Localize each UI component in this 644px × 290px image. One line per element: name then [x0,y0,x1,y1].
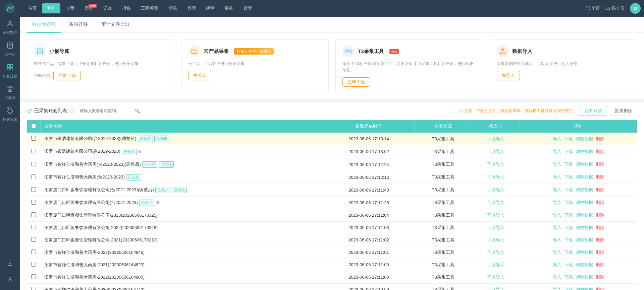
import-action[interactable]: 导入 [553,225,561,230]
import-action[interactable]: 导入 [553,200,561,205]
nav-item-management[interactable]: 管理 [182,3,201,13]
refresh-icon[interactable] [27,108,32,113]
import-action[interactable]: 导入 [553,275,561,280]
sidebar-item-tags[interactable]: 标签设置 [0,104,20,126]
nav-item-clients[interactable]: 客户 [42,3,60,13]
row-extra-icon[interactable]: ⊞ [156,200,159,205]
delete-action[interactable]: 删除 [596,136,604,141]
fullscreen-button[interactable]: 全屏 [585,5,600,11]
row-extra-icon[interactable]: ⊞ [138,149,142,154]
download-action[interactable]: 下载 [564,187,573,192]
member-button[interactable]: 畅会员 [605,5,625,11]
import-action[interactable]: 导入 [553,162,561,167]
nav-item-accounting[interactable]: 记账 [99,3,117,13]
nav-item-home[interactable]: 首页 [23,3,42,13]
import-action[interactable]: 导入 [553,287,561,290]
download-now-button[interactable]: 立即下载 [53,71,81,80]
import-action[interactable]: 导入 [553,213,561,218]
merge-button[interactable]: 合并账套 [580,106,607,116]
row-checkbox[interactable] [31,249,36,254]
download-action[interactable]: 下载 [564,200,573,205]
nav-item-operations[interactable]: 经营 [201,3,219,13]
row-checkbox[interactable] [31,149,36,153]
delete-action[interactable]: 删除 [596,213,604,218]
delete-action[interactable]: 删除 [596,275,604,280]
app-logo[interactable] [0,0,20,17]
download-action[interactable]: 下载 [564,287,573,290]
download-action[interactable]: 下载 [564,237,573,242]
delete-action[interactable]: 删除 [596,287,604,290]
import-action[interactable]: 导入 [553,262,561,267]
adjust-action[interactable]: 调整数据 [576,287,593,290]
adjust-action[interactable]: 调整数据 [576,149,593,154]
download-action[interactable]: 下载 [564,275,573,280]
delete-action[interactable]: 删除 [596,174,604,179]
row-checkbox[interactable] [31,162,36,166]
import-action[interactable]: 导入 [553,174,561,179]
row-checkbox[interactable] [31,287,36,290]
search-input[interactable] [80,108,133,113]
select-all-checkbox[interactable] [31,124,36,128]
nav-item-settings[interactable]: 设置 [239,3,257,13]
go-import-button[interactable]: 去导入 [497,71,520,80]
row-checkbox[interactable] [31,187,36,192]
sidebar-item-recycle[interactable]: 回收站 [0,82,20,104]
sidebar-item-download[interactable] [0,257,20,270]
download-action[interactable]: 下载 [564,250,573,255]
delete-action[interactable]: 删除 [596,237,604,242]
search-icon[interactable]: 🔍 [135,108,140,114]
adjust-action[interactable]: 调整数据 [576,213,593,218]
row-checkbox[interactable] [31,274,36,279]
download-action[interactable]: 下载 [564,213,573,218]
tab-audit-export[interactable]: 审计文件导出 [96,17,135,33]
row-checkbox[interactable] [31,212,36,217]
delete-action[interactable]: 删除 [596,200,604,205]
table-hint-icon[interactable]: ⓘ [70,108,74,114]
help-doc-button[interactable]: 帮助文档 [34,73,50,79]
tab-data-migrate[interactable]: 数据包迁移 [27,17,61,33]
delete-action[interactable]: 删除 [596,187,604,192]
tab-backup-migrate[interactable]: 备份迁移 [64,17,93,33]
delete-action[interactable]: 删除 [596,250,604,255]
sidebar-item-profile[interactable] [0,273,20,286]
adjust-action[interactable]: 调整数据 [576,225,593,230]
go-collect-button[interactable]: 去采集 [188,71,211,80]
row-checkbox[interactable] [31,200,36,205]
nav-item-tax[interactable]: 报税 [117,3,136,13]
delete-action[interactable]: 删除 [596,149,604,154]
adjust-action[interactable]: 调整数据 [576,200,593,205]
download-action[interactable]: 下载 [564,136,573,141]
adjust-action[interactable]: 调整数据 [576,174,593,179]
row-checkbox[interactable] [31,237,36,242]
row-checkbox[interactable] [31,262,36,267]
adjust-action[interactable]: 调整数据 [576,250,593,255]
nav-item-service[interactable]: 服务 [220,3,238,13]
adjust-action[interactable]: 调整数据 [576,262,593,267]
user-avatar[interactable]: U [630,3,641,14]
sidebar-item-account-migrate[interactable]: 账套迁移 [0,60,20,82]
row-checkbox[interactable] [31,174,36,179]
import-action[interactable]: 导入 [553,149,561,154]
delete-action[interactable]: 删除 [596,225,604,230]
download-action[interactable]: 下载 [564,174,573,179]
download-action[interactable]: 下载 [564,225,573,230]
sidebar-item-all-clients[interactable]: 全部客户 [0,17,20,39]
row-checkbox[interactable] [31,136,36,141]
download-action[interactable]: 下载 [564,149,573,154]
adjust-action[interactable]: 调整数据 [576,275,593,280]
download-action[interactable]: 下载 [564,262,573,267]
adjust-action[interactable]: 调整数据 [576,162,593,167]
nav-item-billing[interactable]: 收费 [61,3,79,13]
adjust-action[interactable]: 调整数据 [576,187,593,192]
nav-item-business[interactable]: 工商项目 [136,3,163,13]
download-action[interactable]: 下载 [564,162,573,167]
delete-action[interactable]: 删除 [596,162,604,167]
adjust-action[interactable]: 调整数据 [576,136,593,141]
adjust-action[interactable]: 调整数据 [576,237,593,242]
sidebar-item-zero-declare[interactable]: 0申报 [0,39,20,60]
import-action[interactable]: 导入 [553,187,561,192]
row-checkbox[interactable] [31,225,36,229]
delete-action[interactable]: 删除 [596,262,604,267]
t3-download-button[interactable]: 立即下载 [342,77,370,87]
nav-item-invoice[interactable]: 票据 new [80,3,98,13]
